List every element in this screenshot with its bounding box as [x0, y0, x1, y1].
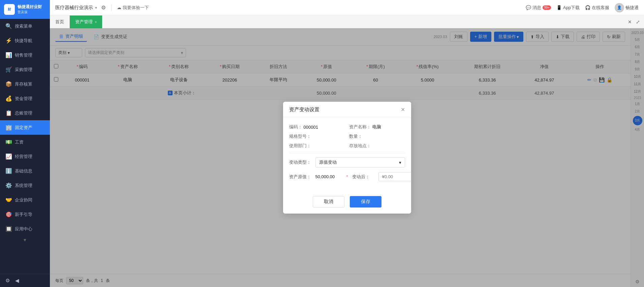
modal-change-type-row: 变动类型： 原值变动 ▾ [289, 157, 405, 167]
sidebar: 财 畅捷通好业财 普及版 🔍 搜索菜单 ⚡ 快捷导航 📊 销售管理 🛒 采购管理… [0, 0, 50, 287]
topbar-divider [111, 4, 112, 11]
sales-icon: 📊 [5, 52, 11, 58]
modal-info-row-1: 编码： 000001 资产名称： 电脑 [289, 124, 405, 130]
topbar: 医疗器械行业演示 ▾ ⚙ ☁ 我要体验一下 💬 消息 99+ 📱 App下载 🎧… [50, 0, 644, 15]
cloud-icon: ☁ [117, 5, 121, 10]
content-area: ☰ 资产明细 📄 变更生成凭证 2023.03 刘账 + 新增 批量操作 ▾ [50, 28, 644, 287]
tab-asset-management[interactable]: 资产管理 × [70, 15, 102, 28]
modal-code-value: 000001 [304, 125, 318, 130]
settings-gear-icon[interactable]: ⚙ [101, 4, 106, 11]
user-avatar: 👤 [615, 3, 624, 12]
sidebar-item-label-basic-info: 基础信息 [15, 168, 32, 174]
experience-btn[interactable]: ☁ 我要体验一下 [117, 5, 149, 11]
basic-info-icon: ℹ️ [5, 168, 11, 174]
required-star: * [346, 174, 348, 179]
asset-change-modal: 资产变动设置 ✕ 编码： 000001 资产名称： 电脑 [283, 102, 411, 214]
experience-label: 我要体验一下 [123, 5, 149, 11]
tab-home[interactable]: 首页 [50, 15, 70, 28]
modal-change-type-label: 变动类型： [289, 159, 313, 165]
sidebar-item-finance[interactable]: 💰 资金管理 [0, 91, 50, 106]
sidebar-item-label-enterprise: 企业协同 [15, 197, 32, 203]
cancel-label: 取消 [324, 199, 333, 204]
cancel-button[interactable]: 取消 [313, 196, 344, 208]
fixed-assets-icon: 🏢 [5, 124, 11, 131]
inventory-icon: 📦 [5, 81, 11, 87]
user-menu[interactable]: 👤 畅捷通 [615, 3, 639, 12]
sidebar-item-quick-nav[interactable]: ⚡ 快捷导航 [0, 33, 50, 48]
tab-expand-btn[interactable]: ⤢ [635, 18, 641, 26]
modal-quantity-field: 数量： [349, 133, 405, 139]
topbar-right: 💬 消息 99+ 📱 App下载 🎧 在线客服 👤 畅捷通 [526, 3, 639, 12]
sidebar-item-fixed-assets[interactable]: 🏢 固定资产 [0, 120, 50, 135]
online-service-btn[interactable]: 🎧 在线客服 [585, 5, 609, 11]
sidebar-item-label-search: 搜索菜单 [15, 23, 32, 29]
app-logo: 财 畅捷通好业财 普及版 [0, 0, 50, 19]
app-name: 畅捷通好业财 [18, 4, 42, 10]
sidebar-item-basic-info[interactable]: ℹ️ 基础信息 [0, 164, 50, 178]
app-edition: 普及版 [18, 10, 42, 14]
after-change-input[interactable] [378, 172, 411, 181]
sidebar-item-search[interactable]: 🔍 搜索菜单 [0, 19, 50, 33]
change-type-value: 原值变动 [319, 159, 337, 165]
modal-header: 资产变动设置 ✕ [283, 102, 411, 118]
messages-label: 消息 [532, 5, 541, 11]
sidebar-item-label-app-center: 应用中心 [15, 226, 32, 232]
tabbar-right: ✕ ⤢ [626, 18, 644, 26]
online-service-label: 在线客服 [592, 5, 609, 11]
tab-close-btn[interactable]: ✕ [626, 18, 633, 26]
change-type-select[interactable]: 原值变动 ▾ [315, 157, 405, 167]
modal-code-field: 编码： 000001 [289, 124, 345, 130]
modal-title: 资产变动设置 [289, 106, 319, 113]
service-icon: 🎧 [585, 5, 590, 10]
sidebar-item-purchase[interactable]: 🛒 采购管理 [0, 62, 50, 77]
sidebar-item-sales[interactable]: 📊 销售管理 [0, 48, 50, 62]
sidebar-item-payroll[interactable]: 💵 工资 [0, 135, 50, 149]
company-name: 医疗器械行业演示 [55, 5, 93, 11]
sidebar-item-label-fixed-assets: 固定资产 [15, 125, 32, 131]
sidebar-item-inventory[interactable]: 📦 库存核算 [0, 77, 50, 91]
messages-badge: 99+ [543, 5, 551, 10]
sidebar-item-label-sales: 销售管理 [15, 52, 32, 58]
company-selector[interactable]: 医疗器械行业演示 ▾ [55, 5, 97, 11]
enterprise-icon: 🤝 [5, 197, 11, 203]
sidebar-item-enterprise[interactable]: 🤝 企业协同 [0, 193, 50, 207]
save-button[interactable]: 保存 [350, 196, 381, 208]
user-name: 畅捷通 [625, 5, 639, 11]
sidebar-item-label-payroll: 工资 [15, 139, 24, 145]
settings-icon[interactable]: ⚙ [5, 278, 10, 284]
modal-spec-label: 规格型号： [289, 133, 311, 139]
modal-after-change-label: 变动后： [352, 174, 376, 180]
modal-info-row-2: 规格型号： 数量： [289, 133, 405, 139]
message-icon: 💬 [526, 5, 531, 10]
modal-asset-value: 50,000.00 [315, 174, 342, 179]
sidebar-item-label-quick-nav: 快捷导航 [15, 38, 32, 44]
modal-quantity-label: 数量： [349, 133, 362, 139]
modal-asset-name-label: 资产名称： [349, 124, 371, 130]
main-content: 医疗器械行业演示 ▾ ⚙ ☁ 我要体验一下 💬 消息 99+ 📱 App下载 🎧… [50, 0, 644, 287]
collapse-icon[interactable]: ◀ [15, 278, 19, 284]
app-download-btn[interactable]: 📱 App下载 [556, 5, 580, 11]
messages-btn[interactable]: 💬 消息 99+ [526, 5, 551, 11]
sidebar-item-label-finance: 资金管理 [15, 96, 32, 102]
sidebar-item-app-center[interactable]: 🔲 应用中心 [0, 222, 50, 236]
sidebar-item-ledger[interactable]: 📋 总账管理 [0, 106, 50, 120]
sidebar-item-guide[interactable]: 🎯 新手引导 [0, 207, 50, 222]
modal-close-btn[interactable]: ✕ [401, 106, 405, 113]
finance-icon: 💰 [5, 95, 11, 102]
guide-icon: 🎯 [5, 211, 11, 218]
payroll-icon: 💵 [5, 139, 11, 145]
modal-storage-field: 存放地点： [349, 143, 405, 149]
sidebar-item-label-system: 系统管理 [15, 183, 32, 189]
app-download-label: App下载 [563, 5, 580, 11]
save-label: 保存 [361, 199, 370, 204]
modal-storage-label: 存放地点： [349, 143, 371, 149]
tabbar: 首页 资产管理 × ✕ ⤢ [50, 15, 644, 28]
sidebar-item-system[interactable]: ⚙️ 系统管理 [0, 178, 50, 193]
sidebar-scroll-down[interactable]: ▼ [0, 236, 50, 244]
modal-divider [289, 153, 405, 153]
modal-asset-value-label: 资产原值： [289, 174, 313, 180]
tab-close-icon[interactable]: × [95, 20, 97, 24]
company-chevron-icon: ▾ [95, 5, 97, 10]
logo-icon: 财 [4, 4, 15, 15]
sidebar-item-operations[interactable]: 📈 经营管理 [0, 149, 50, 164]
